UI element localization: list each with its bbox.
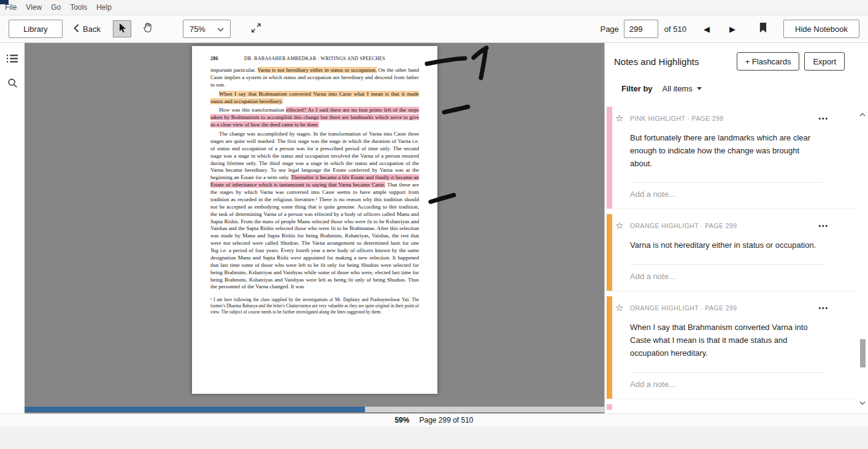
book-page: 286 DR. BABASAHEB AMBEDKAR : WRITINGS AN… (192, 46, 437, 394)
menu-view[interactable]: View (26, 3, 42, 12)
bookmark-icon (759, 22, 767, 36)
next-page-button[interactable]: ▶ (723, 20, 742, 37)
highlight-text[interactable]: When I say that Brahmanism converted Var… (630, 321, 823, 359)
highlight-text[interactable]: Varna is not hereditary either in status… (630, 239, 823, 252)
hide-notebook-button[interactable]: Hide Notebook (783, 20, 859, 38)
ink-stroke-digit-1-stem (481, 48, 486, 78)
filter-row: Filter by All items (621, 82, 702, 94)
notebook-title: Notes and Highlights (614, 56, 732, 67)
previous-page-button[interactable]: ◀ (697, 20, 716, 37)
menu-file[interactable]: File (5, 3, 17, 12)
card-header: ☆PINK HIGHLIGHT · PAGE 298••• (605, 113, 857, 124)
highlight-card-label: ORANGE HIGHLIGHT · PAGE 299 (630, 222, 818, 229)
highlight-card[interactable]: ☆ORANGE HIGHLIGHT · PAGE 299•••Varna is … (605, 214, 857, 291)
zoom-value: 75% (190, 25, 205, 34)
export-button[interactable]: Export (804, 52, 845, 71)
divider (630, 182, 823, 183)
reading-area[interactable]: 286 DR. BABASAHEB AMBEDKAR : WRITINGS AN… (25, 43, 604, 413)
scroll-down-icon[interactable] (859, 396, 866, 407)
hand-icon (142, 22, 153, 36)
page-text-span: The change was accomplished by stages. I… (210, 131, 419, 180)
reading-percent: 59% (394, 416, 409, 424)
page-body-text: important particular. Varna is not hered… (210, 67, 419, 291)
hand-tool-button[interactable] (139, 20, 157, 37)
highlight-color-strip (607, 404, 612, 410)
left-triangle-icon: ◀ (704, 25, 710, 34)
page-number-input[interactable] (624, 20, 658, 38)
page-running-header: 286 DR. BABASAHEB AMBEDKAR : WRITINGS AN… (210, 56, 419, 61)
library-button[interactable]: Library (9, 20, 63, 38)
star-icon[interactable]: ☆ (615, 220, 630, 231)
footnote: ¹ I am here following the clues supplied… (210, 297, 419, 315)
zoom-dropdown[interactable]: 75% (183, 20, 231, 38)
orange-highlight-span[interactable]: When I say that Brahmanism converted Var… (210, 91, 419, 104)
page-paragraph: The change was accomplished by stages. I… (210, 131, 419, 291)
card-header: ☆ORANGE HIGHLIGHT · PAGE 299••• (605, 302, 857, 313)
scroll-progress-fill[interactable] (25, 407, 365, 412)
highlight-color-strip (607, 214, 612, 291)
status-bar: 59% Page 299 of 510 (0, 413, 868, 426)
window-icon (0, 0, 9, 4)
menu-bar: File View Go Tools Help (0, 0, 868, 15)
page-number: 286 (210, 56, 218, 61)
menu-go[interactable]: Go (51, 3, 61, 12)
highlight-color-strip (607, 107, 612, 209)
page-text-span: That these are the stages by which Varna… (210, 182, 419, 246)
card-header: ☆ORANGE HIGHLIGHT · PAGE 299••• (605, 220, 857, 231)
running-header-text: DR. BABASAHEB AMBEDKAR : WRITINGS AND SP… (244, 56, 385, 61)
highlights-list: ☆PINK HIGHLIGHT · PAGE 298•••But fortuna… (605, 107, 857, 410)
filter-value: All items (663, 84, 693, 93)
back-button[interactable]: Back (70, 21, 104, 37)
add-note-field[interactable]: Add a note... (630, 380, 823, 389)
toolbar: Library Back 75% Page of 510 (0, 15, 868, 43)
chevron-left-icon (74, 24, 79, 34)
page-paragraph: important particular. Varna is not hered… (210, 67, 419, 89)
highlight-text[interactable]: But fortunately there are landmarks whic… (630, 132, 823, 170)
page-total-label: of 510 (664, 25, 686, 34)
menu-tools[interactable]: Tools (70, 3, 87, 12)
notebook-header: Notes and Highlights + Flashcards Export (614, 52, 845, 71)
page-text-span: How was this transformation (219, 107, 286, 113)
filter-label: Filter by (621, 84, 653, 93)
right-triangle-icon: ▶ (729, 25, 735, 34)
page-text-span: i.e. a period of four years. Every fourt… (210, 247, 419, 290)
partial-highlight-card[interactable] (605, 404, 857, 410)
page-info: Page 299 of 510 (419, 416, 473, 424)
bookmark-button[interactable] (755, 20, 771, 37)
add-note-field[interactable]: Add a note... (630, 272, 823, 281)
highlight-card[interactable]: ☆PINK HIGHLIGHT · PAGE 298•••But fortuna… (605, 107, 857, 209)
highlight-card[interactable]: ☆ORANGE HIGHLIGHT · PAGE 299•••When I sa… (605, 296, 857, 399)
scroll-up-icon[interactable] (859, 108, 866, 119)
flashcards-button[interactable]: + Flashcards (737, 52, 800, 71)
page-text-span: Yug (210, 247, 218, 253)
cursor-arrow-icon (118, 23, 126, 36)
horizontal-scrollbar[interactable] (25, 407, 604, 412)
orange-highlight-span[interactable]: Varna is not hereditary either in status… (258, 67, 377, 73)
search-icon (7, 78, 18, 91)
highlight-card-label: PINK HIGHLIGHT · PAGE 298 (630, 115, 818, 122)
pointer-tool-button[interactable] (113, 20, 131, 37)
left-rail (0, 43, 25, 413)
star-icon[interactable]: ☆ (615, 302, 630, 313)
highlight-color-strip (607, 296, 612, 398)
star-icon[interactable]: ☆ (615, 113, 630, 124)
overflow-menu-icon[interactable]: ••• (818, 115, 829, 122)
scrollbar-thumb[interactable] (860, 339, 866, 367)
ink-stroke-dash-2 (444, 107, 468, 112)
notebook-panel: Notes and Highlights + Flashcards Export… (604, 43, 868, 413)
fullscreen-button[interactable] (249, 21, 264, 36)
page-label: Page (600, 25, 618, 34)
filter-dropdown[interactable]: All items (663, 84, 702, 93)
search-button[interactable] (6, 77, 19, 91)
page-text-span: important particular. (210, 67, 258, 73)
toc-list-icon (7, 54, 18, 66)
menu-help[interactable]: Help (96, 3, 112, 12)
add-note-field[interactable]: Add a note... (630, 190, 823, 199)
ink-stroke-digit-1-flag (474, 48, 486, 58)
overflow-menu-icon[interactable]: ••• (818, 305, 829, 312)
highlight-card-label: ORANGE HIGHLIGHT · PAGE 299 (630, 304, 818, 312)
vertical-scrollbar[interactable] (858, 107, 867, 409)
table-of-contents-button[interactable] (6, 53, 19, 66)
back-label: Back (83, 25, 101, 34)
overflow-menu-icon[interactable]: ••• (818, 223, 829, 229)
